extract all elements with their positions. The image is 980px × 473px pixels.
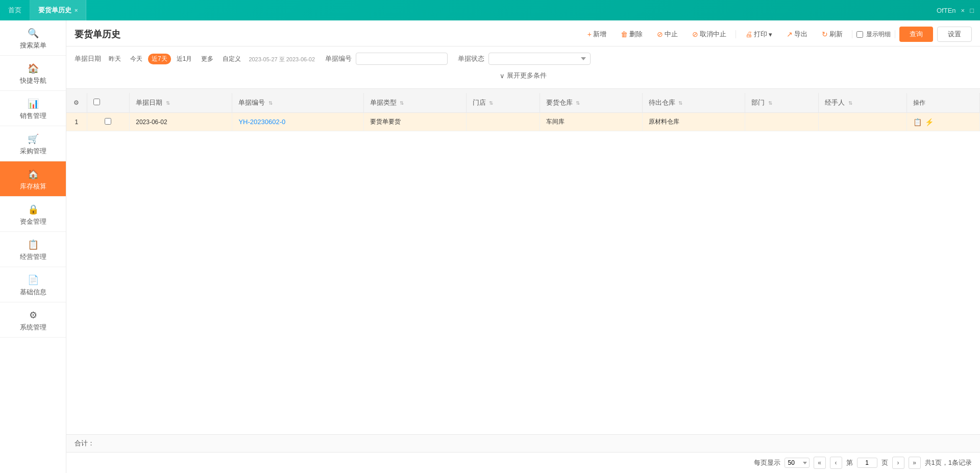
shortcut-custom[interactable]: 自定义: [219, 54, 244, 64]
status-select[interactable]: 待审核 已审核 已中止: [488, 53, 591, 65]
status-label: 单据状态: [458, 54, 484, 63]
query-button[interactable]: 查询: [899, 27, 933, 42]
th-settings[interactable]: ⚙: [66, 93, 87, 113]
pagination-bar: 每页显示 10 20 50 100 « ‹ 第 页 › » 共1页，1条记录: [66, 452, 980, 473]
toolbar-divider-1: [736, 30, 736, 38]
settings-button[interactable]: 设置: [937, 27, 972, 42]
toolbar: + 新增 🗑 删除 ⊘ 中止 ⊘ 取消中止 🖨 打印: [582, 27, 972, 42]
row-actions: 📋 ⚡: [906, 113, 979, 131]
th-type-label: 单据类型: [370, 99, 397, 106]
sidebar-item-sales[interactable]: 📊 销售管理: [0, 91, 66, 126]
purchase-icon: 🛒: [28, 133, 39, 145]
filter-row-1: 单据日期 昨天 今天 近7天 近1月 更多 自定义 2023-05-27 至 2…: [75, 53, 972, 65]
sidebar-item-sales-label: 销售管理: [20, 111, 46, 121]
page-number-input[interactable]: [857, 458, 877, 468]
shortcut-yesterday[interactable]: 昨天: [105, 54, 125, 64]
th-date-label: 单据日期: [136, 99, 162, 106]
page-size-label: 每页显示: [754, 458, 780, 467]
first-page-btn[interactable]: «: [814, 457, 826, 469]
sidebar-item-inventory[interactable]: 🏠 库存核算: [0, 161, 66, 197]
select-all-checkbox[interactable]: [93, 99, 100, 105]
prev-page-btn[interactable]: ‹: [830, 457, 842, 469]
expand-more-btn[interactable]: ∨ 展开更多条件: [75, 69, 972, 82]
sidebar-item-operations[interactable]: 📋 经营管理: [0, 232, 66, 267]
th-pending-warehouse[interactable]: 待出仓库 ⇅: [643, 93, 745, 113]
page-title: 要货单历史: [75, 28, 582, 40]
sidebar-item-purchase[interactable]: 🛒 采购管理: [0, 126, 66, 161]
row-store: [466, 113, 540, 131]
window-close-btn[interactable]: ×: [961, 7, 965, 14]
date-range-display: 2023-05-27 至 2023-06-02: [249, 56, 315, 63]
cancel-stop-button[interactable]: ⊘ 取消中止: [687, 27, 731, 41]
sidebar-item-finance-label: 资金管理: [20, 217, 46, 226]
row-department: [745, 113, 819, 131]
last-page-btn[interactable]: »: [909, 457, 921, 469]
next-page-btn[interactable]: ›: [892, 457, 904, 469]
sort-department-icon: ⇅: [768, 100, 772, 106]
print-button[interactable]: 🖨 打印 ▾: [740, 27, 777, 41]
summary-label: 合计：: [75, 439, 94, 448]
sort-handler-icon: ⇅: [848, 100, 852, 106]
row-checkbox[interactable]: [105, 118, 111, 125]
print-icon: 🖨: [745, 30, 752, 38]
delete-icon: 🗑: [621, 30, 628, 38]
display-detail-checkbox[interactable]: [856, 31, 863, 38]
sidebar-item-search-menu-label: 搜索菜单: [20, 41, 46, 50]
sidebar-item-base-info[interactable]: 📄 基础信息: [0, 267, 66, 302]
delete-button[interactable]: 🗑 删除: [616, 27, 648, 41]
sort-no-icon: ⇅: [268, 100, 273, 106]
row-no-link[interactable]: YH-20230602-0: [238, 118, 285, 126]
order-no-input[interactable]: [356, 53, 448, 65]
sidebar-item-system[interactable]: ⚙ 系统管理: [0, 302, 66, 338]
toolbar-divider-3: [895, 30, 895, 38]
th-store[interactable]: 门店 ⇅: [466, 93, 540, 113]
new-icon: +: [587, 30, 592, 38]
refresh-button[interactable]: ↻ 刷新: [817, 27, 848, 41]
th-type[interactable]: 单据类型 ⇅: [363, 93, 466, 113]
th-no-label: 单据编号: [238, 99, 265, 106]
new-button[interactable]: + 新增: [582, 27, 611, 41]
shortcut-more[interactable]: 更多: [198, 54, 217, 64]
sales-icon: 📊: [28, 98, 39, 109]
tab-list: 首页 要货单历史 ×: [0, 0, 86, 20]
shortcut-today[interactable]: 今天: [127, 54, 146, 64]
table-body: 1 2023-06-02 YH-20230602-0 要货单要货 车间库 原材料…: [66, 113, 980, 131]
system-icon: ⚙: [29, 310, 37, 321]
tab-close-icon[interactable]: ×: [75, 7, 78, 13]
th-req-warehouse-label: 要货仓库: [546, 99, 573, 106]
th-department[interactable]: 部门 ⇅: [745, 93, 819, 113]
header-row: ⚙ 单据日期 ⇅ 单据编号 ⇅ 单据类型: [66, 93, 980, 113]
export-button[interactable]: ↗ 导出: [781, 27, 813, 41]
th-req-warehouse[interactable]: 要货仓库 ⇅: [540, 93, 642, 113]
th-handler-label: 经手人: [825, 99, 845, 106]
print-dropdown-icon: ▾: [769, 31, 772, 38]
table-row: 1 2023-06-02 YH-20230602-0 要货单要货 车间库 原材料…: [66, 113, 980, 131]
sidebar-item-quick-nav-label: 快捷导航: [20, 76, 46, 85]
shortcut-1month[interactable]: 近1月: [173, 54, 196, 64]
sidebar-item-quick-nav[interactable]: 🏠 快捷导航: [0, 56, 66, 91]
window-minimize-btn[interactable]: □: [970, 7, 974, 14]
display-detail-text: 显示明细: [866, 30, 891, 39]
th-pending-warehouse-label: 待出仓库: [649, 99, 675, 106]
th-handler[interactable]: 经手人 ⇅: [819, 93, 907, 113]
tab-home[interactable]: 首页: [0, 0, 30, 20]
inventory-icon: 🏠: [28, 169, 39, 180]
stop-button[interactable]: ⊘ 中止: [652, 27, 683, 41]
expand-more-label: 展开更多条件: [507, 71, 547, 80]
more-action-icon[interactable]: ⚡: [925, 118, 934, 126]
th-no[interactable]: 单据编号 ⇅: [232, 93, 363, 113]
top-bar-right: OfTEn × □: [937, 7, 980, 14]
edit-action-icon[interactable]: 📋: [913, 118, 922, 126]
sidebar-item-search-menu[interactable]: 🔍 搜索菜单: [0, 20, 66, 56]
th-date[interactable]: 单据日期 ⇅: [130, 93, 232, 113]
display-detail-checkbox-label[interactable]: 显示明细: [856, 30, 891, 39]
page-size-select[interactable]: 10 20 50 100: [785, 458, 810, 468]
action-icons: 📋 ⚡: [913, 118, 973, 126]
row-pending-warehouse: 原材料仓库: [643, 113, 745, 131]
sidebar-item-finance[interactable]: 🔒 资金管理: [0, 197, 66, 232]
tab-order-history[interactable]: 要货单历史 ×: [30, 0, 86, 20]
shortcut-7days[interactable]: 近7天: [148, 54, 171, 64]
row-no: YH-20230602-0: [232, 113, 363, 131]
row-type: 要货单要货: [363, 113, 466, 131]
row-num: 1: [66, 113, 87, 131]
